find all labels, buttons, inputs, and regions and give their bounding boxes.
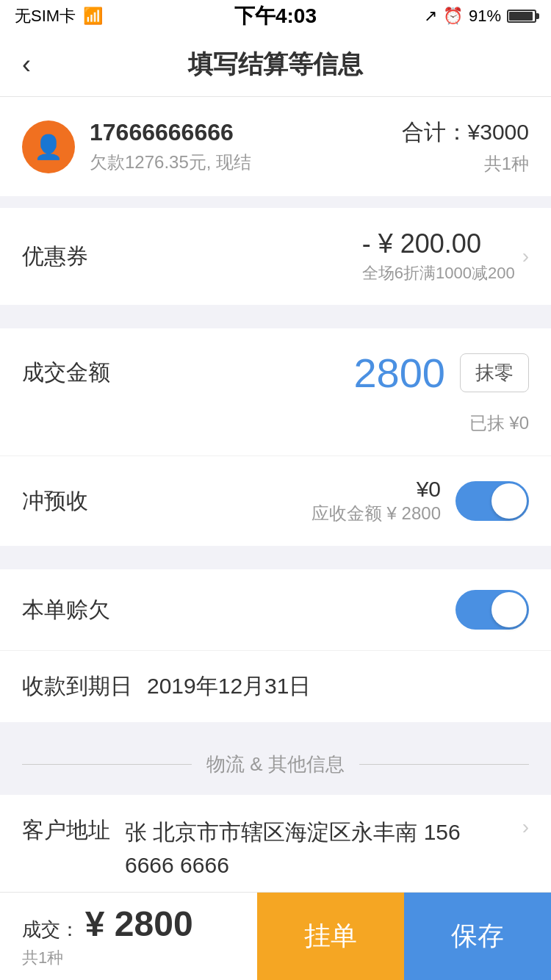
toggle-knob (491, 483, 527, 519)
amount-section: 成交金额 2800 抹零 已抹 ¥0 (0, 328, 551, 455)
section-divider-2 (0, 546, 551, 558)
page-title: 填写结算等信息 (188, 48, 363, 82)
content-area: 👤 17666666666 欠款1276.35元, 现结 合计：¥3000 共1… (0, 97, 551, 980)
amount-label: 成交金额 (22, 358, 110, 388)
debt-toggle-knob (491, 592, 527, 627)
bottom-bar: 成交： ¥ 2800 共1种 挂单 保存 (0, 892, 551, 980)
coupon-row[interactable]: 优惠券 - ¥ 200.00 全场6折满1000减200 › (0, 208, 551, 305)
coupon-amount-group: - ¥ 200.00 全场6折满1000减200 (362, 228, 515, 284)
deal-amount-value: 2800 (353, 349, 445, 397)
coupon-label: 优惠券 (22, 242, 88, 272)
customer-right: 合计：¥3000 共1种 (402, 118, 529, 176)
save-button[interactable]: 保存 (404, 893, 551, 981)
total-count: 共1种 (402, 152, 529, 176)
nav-bar: ‹ 填写结算等信息 (0, 32, 551, 97)
total-amount: 合计：¥3000 (402, 118, 529, 148)
prepay-sub: 应收金额 ¥ 2800 (311, 502, 441, 525)
status-right: ↗ ⏰ 91% (424, 7, 536, 26)
customer-debt-info: 欠款1276.35元, 现结 (90, 151, 251, 174)
customer-phone: 17666666666 (90, 119, 251, 146)
logistics-divider: 物流 & 其他信息 (0, 734, 551, 795)
prepay-toggle[interactable] (455, 481, 529, 521)
wifi-icon: 📶 (83, 7, 103, 26)
prepay-label: 冲预收 (22, 486, 88, 516)
customer-row: 👤 17666666666 欠款1276.35元, 现结 合计：¥3000 共1… (22, 118, 529, 176)
debt-section: 本单赊欠 (0, 569, 551, 650)
location-icon: ↗ (424, 7, 437, 26)
debt-toggle[interactable] (455, 590, 529, 630)
coupon-right: - ¥ 200.00 全场6折满1000减200 › (362, 228, 529, 284)
coupon-desc: 全场6折满1000减200 (362, 262, 515, 284)
divider-line-right (359, 764, 529, 765)
duedate-value: 2019年12月31日 (147, 671, 311, 702)
amount-value-group: 2800 抹零 (353, 349, 529, 397)
customer-left: 👤 17666666666 欠款1276.35元, 现结 (22, 119, 251, 174)
status-bar: 无SIM卡 📶 下午4:03 ↗ ⏰ 91% (0, 0, 551, 32)
debt-label: 本单赊欠 (22, 595, 110, 625)
address-chevron-icon: › (522, 815, 529, 839)
avatar-icon: 👤 (34, 133, 63, 161)
section-divider-1 (0, 317, 551, 328)
bottom-amount: ¥ 2800 (85, 904, 193, 943)
status-time: 下午4:03 (234, 2, 317, 30)
bottom-count: 共1种 (22, 947, 235, 969)
duedate-label: 收款到期日 (22, 671, 132, 702)
address-value: 张 北京市市辖区海淀区永丰南 156 6666 6666 (125, 815, 508, 882)
alarm-icon: ⏰ (443, 7, 463, 26)
customer-info: 17666666666 欠款1276.35元, 现结 (90, 119, 251, 174)
avatar: 👤 (22, 120, 75, 173)
round-button[interactable]: 抹零 (460, 353, 529, 392)
address-section[interactable]: 客户地址 张 北京市市辖区海淀区永丰南 156 6666 6666 › (0, 795, 551, 902)
battery-percent: 91% (469, 7, 501, 26)
back-button[interactable]: ‹ (22, 49, 46, 80)
hang-order-button[interactable]: 挂单 (257, 893, 404, 981)
battery-indicator (507, 10, 536, 23)
bottom-summary: 成交： ¥ 2800 共1种 (0, 904, 257, 969)
prepay-right: ¥0 应收金额 ¥ 2800 (311, 477, 529, 525)
prepay-amount-group: ¥0 应收金额 ¥ 2800 (311, 477, 441, 525)
amount-row: 成交金额 2800 抹零 (22, 349, 529, 397)
coupon-amount: - ¥ 200.00 (362, 228, 515, 259)
bottom-deal-label: 成交： (22, 918, 79, 940)
prepay-section: 冲预收 ¥0 应收金额 ¥ 2800 (0, 455, 551, 546)
customer-card: 👤 17666666666 欠款1276.35元, 现结 合计：¥3000 共1… (0, 97, 551, 196)
duedate-section: 收款到期日 2019年12月31日 (0, 650, 551, 722)
already-rounded: 已抹 ¥0 (22, 411, 529, 435)
divider-line-left (22, 764, 192, 765)
status-left: 无SIM卡 📶 (15, 5, 103, 27)
logistics-label: 物流 & 其他信息 (206, 752, 345, 777)
chevron-right-icon: › (522, 245, 529, 268)
prepay-amount: ¥0 (311, 477, 441, 502)
address-label: 客户地址 (22, 815, 110, 846)
carrier-text: 无SIM卡 (15, 5, 76, 27)
prepay-row: 冲预收 ¥0 应收金额 ¥ 2800 (22, 477, 529, 525)
bottom-deal-row: 成交： ¥ 2800 (22, 904, 235, 944)
